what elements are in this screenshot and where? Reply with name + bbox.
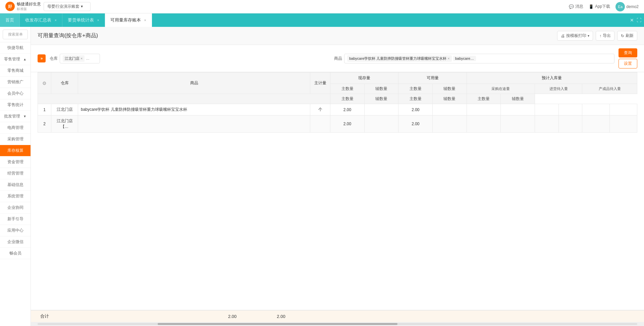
logo-icon: 好 — [5, 2, 15, 11]
product-tag-2-text: babycare… — [455, 56, 474, 60]
sidebar-item-企业协同[interactable]: 企业协同 — [0, 202, 31, 214]
sidebar-search-area: 搜索菜单 — [0, 27, 31, 42]
message-action[interactable]: 💬 消息 — [569, 4, 583, 9]
print-arrow-icon: ▾ — [588, 34, 589, 38]
cell-product-1: babycare学饮杯 儿童防摔防撞吸管杯重力球吸嘴杯宝宝水杯 — [78, 104, 310, 115]
tab-要货单统计表[interactable]: 要货单统计表 × — [62, 13, 105, 27]
warehouse-ellipsis[interactable]: ... — [86, 56, 89, 61]
download-label: App下载 — [595, 4, 610, 9]
sidebar-item-会员中心[interactable]: 会员中心 — [0, 88, 31, 99]
sidebar-item-畅会员[interactable]: 畅会员 — [0, 248, 31, 259]
col-avail-main: 主数量 — [398, 84, 433, 94]
logo-area[interactable]: 好 畅捷通好生意 标准版 — [5, 2, 41, 11]
sidebar-label-零售商城: 零售商城 — [7, 68, 23, 74]
sidebar-label-畅会员: 畅会员 — [9, 250, 21, 256]
close-window-icon[interactable]: ✕ — [630, 17, 634, 23]
download-icon: 📱 — [589, 4, 594, 9]
warehouse-tag-close[interactable]: × — [80, 56, 83, 60]
tab-可用量库存账本[interactable]: 可用量库存账本 × — [105, 13, 152, 27]
cell-warehouse-1: 江北门店 — [51, 104, 78, 115]
page-title: 可用量查询(按仓库+商品) — [38, 32, 98, 39]
product-tag-1-close[interactable]: × — [447, 56, 449, 60]
search-menu-btn[interactable]: 搜索菜单 — [3, 30, 28, 39]
scrollbar-track[interactable] — [38, 323, 637, 325]
cell-seq-1: 1 — [38, 104, 51, 115]
col-settings[interactable]: ⚙ — [38, 73, 51, 94]
sidebar-item-quick-nav[interactable]: 快捷导航 — [0, 42, 31, 54]
col-empty1 — [38, 94, 330, 104]
sidebar-item-经营管理[interactable]: 经营管理 — [0, 168, 31, 179]
maximize-icon[interactable]: ⛶ — [637, 17, 641, 23]
tab-close-0[interactable]: × — [55, 18, 57, 22]
sidebar-label-经营管理: 经营管理 — [7, 171, 23, 176]
product-filter-group: 商品 babycare学饮杯 儿童防摔防撞吸管杯重力球吸嘴杯宝宝水杯 × bab… — [334, 54, 614, 63]
refresh-btn[interactable]: ↻ 刷新 — [617, 31, 637, 41]
sidebar-item-企业微信[interactable]: 企业微信 — [0, 236, 31, 248]
product-input[interactable]: babycare学饮杯 儿童防摔防撞吸管杯重力球吸嘴杯宝宝水杯 × babyca… — [344, 54, 614, 63]
sidebar-item-采购管理[interactable]: 采购管理 — [0, 134, 31, 145]
col-finished-aux: 辅数量 — [501, 94, 535, 104]
print-template-btn[interactable]: 🖨 按模板打印 ▾ — [557, 31, 593, 41]
sidebar-label-营销推广: 营销推广 — [7, 79, 23, 85]
col-incoming-label: 进货待入量 — [535, 84, 582, 94]
sidebar-label-采购管理: 采购管理 — [7, 136, 23, 142]
chevron-icon-批发管理: ▼ — [23, 114, 26, 118]
settings-icon[interactable]: ⚙ — [42, 81, 47, 86]
col-current-stock-header: 现存量 — [330, 73, 398, 84]
cell-current-aux-2 — [364, 115, 398, 133]
warehouse-input[interactable]: 江北门店 × ... — [60, 54, 100, 63]
sidebar-item-资金管理[interactable]: 资金管理 — [0, 156, 31, 168]
industry-selector[interactable]: 母婴行业演示账套 ▾ — [44, 2, 91, 11]
col-purchase-transit-label: 采购在途量 — [467, 84, 535, 94]
cell-incoming-aux-1 — [558, 104, 582, 115]
product-tag-2: babycare… — [453, 56, 476, 61]
query-btn[interactable]: 查询 — [619, 48, 637, 57]
sidebar-label-库存核算: 库存核算 — [7, 148, 23, 153]
col-purchase-main: 主数量 — [330, 94, 365, 104]
table-row: 1 江北门店 babycare学饮杯 儿童防摔防撞吸管杯重力球吸嘴杯宝宝水杯 个… — [38, 104, 637, 115]
tab-close-1[interactable]: × — [97, 18, 99, 22]
settings-btn[interactable]: 设置 — [619, 59, 637, 68]
cell-product-2 — [78, 115, 310, 133]
sidebar-item-零售统计[interactable]: 零售统计 — [0, 99, 31, 111]
cell-finished-aux-2 — [610, 115, 637, 133]
sidebar-label-零售管理: 零售管理 — [4, 56, 20, 62]
sidebar-item-基础信息[interactable]: 基础信息 — [0, 179, 31, 191]
filter-bar: » 仓库 江北门店 × ... 商品 babycare学饮杯 儿童防摔防撞吸管杯… — [31, 45, 644, 72]
sidebar-item-应用中心[interactable]: 应用中心 — [0, 225, 31, 236]
download-action[interactable]: 📱 App下载 — [589, 4, 610, 9]
expand-filter-btn[interactable]: » — [38, 54, 46, 62]
sidebar-item-新手引导[interactable]: 新手引导 — [0, 214, 31, 225]
tab-收发存汇总表[interactable]: 收发存汇总表 × — [20, 13, 62, 27]
export-btn[interactable]: ↑ 导出 — [596, 31, 614, 41]
sidebar-item-库存核算[interactable]: 库存核算 — [0, 145, 31, 156]
top-bar: 好 畅捷通好生意 标准版 母婴行业演示账套 ▾ 💬 消息 📱 App下载 Ea … — [0, 0, 644, 13]
tab-spacer — [152, 13, 627, 27]
chevron-down-icon: ▾ — [81, 4, 83, 9]
product-tag-1: babycare学饮杯 儿童防摔防撞吸管杯重力球吸嘴杯宝宝水杯 × — [347, 55, 452, 62]
user-area[interactable]: Ea demo2 — [615, 2, 639, 11]
logo-sub: 标准版 — [17, 7, 41, 11]
sidebar-item-零售商城[interactable]: 零售商城 — [0, 65, 31, 77]
footer-values: 2.00 2.00 — [67, 314, 637, 319]
scrollbar-thumb[interactable] — [158, 323, 397, 325]
sidebar-item-零售管理[interactable]: 零售管理 ▲ — [0, 54, 31, 65]
product-tag-1-text: babycare学饮杯 儿童防摔防撞吸管杯重力球吸嘴杯宝宝水杯 — [349, 56, 446, 61]
tab-home[interactable]: 首页 — [0, 13, 20, 27]
sidebar-item-批发管理[interactable]: 批发管理 ▼ — [0, 111, 31, 122]
col-warehouse-header: 仓库 — [51, 73, 78, 94]
sidebar-item-电商管理[interactable]: 电商管理 — [0, 122, 31, 134]
cell-avail-main-1: 2.00 — [398, 104, 433, 115]
refresh-label: 刷新 — [626, 33, 634, 39]
nav-tabs: 首页 收发存汇总表 × 要货单统计表 × 可用量库存账本 × ✕ ⛶ — [0, 13, 644, 27]
cell-finished-aux-1 — [610, 104, 637, 115]
sidebar-item-营销推广[interactable]: 营销推广 — [0, 77, 31, 88]
col-planned-header: 预计入库量 — [467, 73, 637, 84]
tab-close-2[interactable]: × — [144, 18, 146, 22]
cell-purchase-aux-1 — [501, 104, 535, 115]
col-purchase-aux: 辅数量 — [364, 94, 398, 104]
sidebar-label-应用中心: 应用中心 — [7, 228, 23, 233]
cell-finished-main-2 — [582, 115, 610, 133]
sidebar-item-系统管理[interactable]: 系统管理 — [0, 191, 31, 202]
col-incoming-aux: 辅数量 — [433, 94, 467, 104]
